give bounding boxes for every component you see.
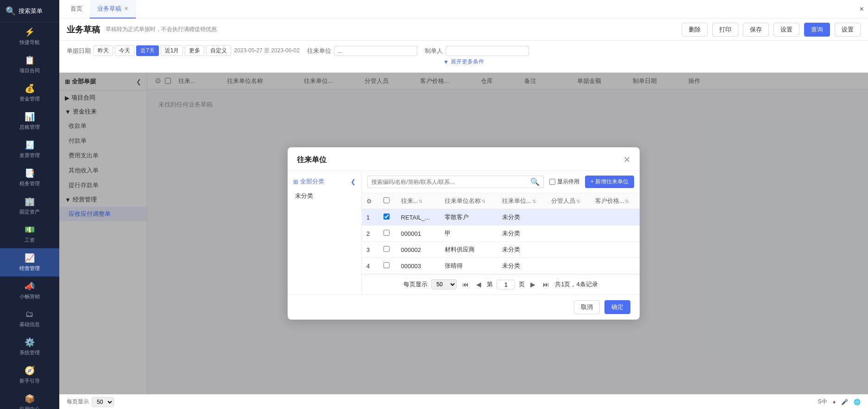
row-name-3: 材料供应商 — [440, 242, 497, 258]
sidebar-item-invoice[interactable]: 🧾 发票管理 — [0, 135, 59, 164]
assets-icon: 🏢 — [25, 196, 35, 207]
save-button[interactable]: 保存 — [743, 23, 769, 37]
col-settings[interactable]: ⚙ — [362, 193, 379, 209]
search-input[interactable] — [371, 179, 528, 185]
sidebar-label-invoice: 发票管理 — [19, 152, 40, 159]
row-settings-4: 4 — [362, 258, 379, 274]
row-checkbox-1[interactable] — [379, 209, 396, 226]
tab-draft[interactable]: 业务草稿 ✕ — [90, 0, 136, 19]
expand-label: 展开更多条件 — [451, 58, 484, 66]
sidebar-item-project[interactable]: 📋 项目合同 — [0, 50, 59, 79]
search-icon-btn[interactable]: 🔍 — [530, 177, 540, 186]
sidebar-item-quicknav[interactable]: ⚡ 快捷导航 — [0, 22, 59, 50]
delete-button[interactable]: 删除 — [682, 23, 708, 37]
date-btn-more[interactable]: 更多 — [185, 45, 204, 56]
per-page-label: 每页显示 — [403, 280, 428, 289]
row-price-4 — [591, 258, 640, 274]
table-row[interactable]: 2 000001 甲 未分类 — [362, 226, 640, 242]
sidebar-item-fund[interactable]: 💰 资金管理 — [0, 79, 59, 107]
table-row[interactable]: 4 000003 张晴得 未分类 — [362, 258, 640, 274]
page-header: 业务草稿 草稿转为正式单据时，不会执行满赠促销优惠 删除 打印 保存 设置 查询… — [59, 19, 868, 41]
last-page-btn[interactable]: ⏭ — [541, 280, 551, 289]
sidebar-item-apps[interactable]: 📦 应用中心 — [0, 389, 59, 409]
page-subtitle: 草稿转为正式单据时，不会执行满赠促销优惠 — [106, 25, 217, 33]
settings-button[interactable]: 设置 — [774, 23, 799, 37]
sidebar-item-guide[interactable]: 🧭 新手引导 — [0, 361, 59, 389]
expand-more-btn[interactable]: ▼ 展开更多条件 — [67, 56, 861, 68]
row-checkbox-4[interactable] — [379, 258, 396, 274]
show-disabled-label: 显示停用 — [549, 178, 579, 186]
page-title: 业务草稿 — [67, 24, 100, 35]
date-btn-1month[interactable]: 近1月 — [161, 45, 183, 56]
sidebar-item-ledger[interactable]: 📊 总账管理 — [0, 107, 59, 135]
topbar-close-icon[interactable]: ✕ — [859, 6, 864, 13]
dialog-body: ⊞ 全部分类 ❮ 未分类 🔍 — [288, 171, 640, 294]
table-row[interactable]: 1 RETAIL_... 零散客户 未分类 — [362, 209, 640, 226]
cancel-button[interactable]: 取消 — [574, 300, 600, 314]
sidebar-label-apps: 应用中心 — [19, 406, 40, 409]
table-row[interactable]: 3 000002 材料供应商 未分类 — [362, 242, 640, 258]
row-cat-4: 未分类 — [497, 258, 547, 274]
sidebar-item-salary[interactable]: 💵 工资 — [0, 220, 59, 248]
sidebar-label-basic: 基础信息 — [19, 321, 40, 328]
row-check-3[interactable] — [384, 246, 390, 252]
print-button[interactable]: 打印 — [712, 23, 738, 37]
sidebar-item-marketing[interactable]: 📣 小畅营销 — [0, 277, 59, 305]
table-panel: 🔍 显示停用 + 新增往来单位 — [362, 171, 640, 294]
add-counterparty-button[interactable]: + 新增往来单位 — [585, 176, 634, 188]
dialog-title: 往来单位 — [297, 155, 623, 165]
next-page-btn[interactable]: ▶ — [528, 280, 537, 289]
page-number-input[interactable] — [497, 280, 515, 289]
category-panel: ⊞ 全部分类 ❮ 未分类 — [288, 171, 362, 294]
bottom-s-icon: S中 — [818, 398, 827, 406]
col-checkbox[interactable] — [379, 193, 396, 209]
date-btn-today[interactable]: 今天 — [115, 45, 134, 56]
tab-draft-close[interactable]: ✕ — [124, 6, 128, 12]
show-disabled-checkbox[interactable] — [549, 179, 555, 185]
row-check-1[interactable] — [384, 214, 390, 220]
category-all-label[interactable]: ⊞ 全部分类 ❮ — [288, 175, 361, 189]
tab-home[interactable]: 首页 — [63, 0, 90, 19]
prev-page-btn[interactable]: ◀ — [474, 280, 483, 289]
filter-row-1: 单据日期 昨天 今天 近7天 近1月 更多 自定义 2023-05-27 至 2… — [67, 45, 861, 56]
dialog-close-button[interactable]: ✕ — [623, 155, 630, 165]
row-check-4[interactable] — [384, 262, 390, 268]
row-code-2: 000001 — [396, 226, 440, 242]
sidebar-item-basic[interactable]: 🗂 基础信息 — [0, 305, 59, 333]
category-unclassified[interactable]: 未分类 — [288, 189, 361, 203]
date-btn-custom[interactable]: 自定义 — [206, 45, 231, 56]
confirm-button[interactable]: 确定 — [604, 300, 630, 314]
row-settings-1: 1 — [362, 209, 379, 226]
sidebar: 🔍 搜索菜单 ⚡ 快捷导航 📋 项目合同 💰 资金管理 📊 总账管理 🧾 发票管… — [0, 0, 59, 409]
select-all-table[interactable] — [384, 197, 390, 203]
tab-home-label: 首页 — [70, 5, 82, 13]
counterparty-dialog: 往来单位 ✕ ⊞ 全部分类 ❮ 未分类 — [288, 147, 640, 320]
bottom-per-page-select[interactable]: 50 — [92, 397, 114, 407]
bottombar-right: S中 ♦ 🎤 🌐 — [818, 398, 861, 406]
quicknav-icon: ⚡ — [25, 27, 35, 37]
per-page-select[interactable]: 50 100 — [431, 279, 457, 289]
sidebar-item-sysadmin[interactable]: ⚙️ 系统管理 — [0, 333, 59, 361]
sidebar-item-ops[interactable]: 📈 经营管理 — [0, 248, 59, 277]
date-btn-yesterday[interactable]: 昨天 — [94, 45, 113, 56]
row-price-3 — [591, 242, 640, 258]
row-check-2[interactable] — [384, 230, 390, 236]
query-button[interactable]: 查询 — [804, 23, 830, 37]
row-checkbox-3[interactable] — [379, 242, 396, 258]
sidebar-label-fund: 资金管理 — [19, 95, 40, 102]
category-collapse-icon[interactable]: ❮ — [351, 178, 356, 185]
filter-settings-button[interactable]: 设置 — [835, 23, 861, 37]
sidebar-item-tax[interactable]: 📑 税务管理 — [0, 164, 59, 192]
search-icon: 🔍 — [6, 6, 16, 16]
filter-creator-input[interactable] — [446, 46, 529, 56]
filter-counterparty-input[interactable] — [334, 46, 417, 56]
row-name-2: 甲 — [440, 226, 497, 242]
sidebar-search-label[interactable]: 搜索菜单 — [19, 7, 43, 15]
filter-date-buttons: 昨天 今天 近7天 近1月 更多 自定义 — [94, 45, 231, 56]
date-btn-7days[interactable]: 近7天 — [136, 45, 159, 56]
sidebar-item-assets[interactable]: 🏢 固定资产 — [0, 192, 59, 220]
total-info: 共1页，4条记录 — [555, 280, 598, 289]
row-checkbox-2[interactable] — [379, 226, 396, 242]
sidebar-header: 🔍 搜索菜单 — [0, 0, 59, 22]
first-page-btn[interactable]: ⏮ — [460, 280, 471, 289]
